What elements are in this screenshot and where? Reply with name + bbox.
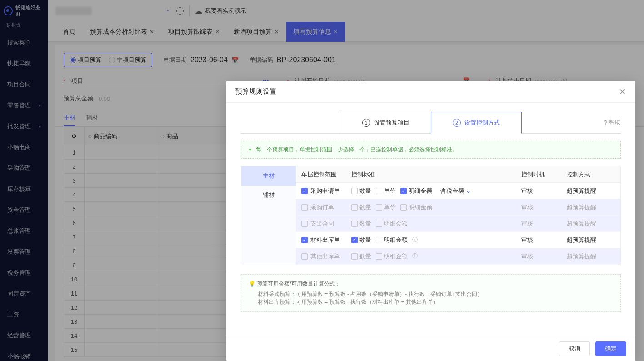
scope-cell[interactable]: 采购订单 — [296, 203, 346, 211]
help-link[interactable]: ? 帮助 — [604, 118, 621, 126]
rule-row-1: 采购订单 数量单价明细金额 审核 超预算提醒 — [296, 199, 620, 216]
time-cell: 审核 — [516, 252, 561, 261]
checkbox-icon[interactable] — [301, 253, 308, 260]
checkbox-icon[interactable] — [301, 221, 308, 227]
step-label: 设置控制方式 — [464, 119, 500, 127]
checkbox-icon[interactable] — [376, 204, 382, 211]
std-cell: ✓数量明细金额ⓘ — [346, 236, 516, 244]
price-checkbox[interactable]: 单价 — [376, 203, 396, 211]
qty-checkbox[interactable]: 数量 — [351, 220, 371, 228]
step-2-tab[interactable]: 2 设置控制方式 — [431, 112, 522, 134]
modal-title: 预算规则设置 — [235, 87, 276, 96]
formula-line-2: 材料出库预算：可用预算数 = 预算数 - 执行数（材料出库单 + 其他出库单） — [249, 298, 613, 306]
checkbox-icon[interactable]: ✓ — [351, 237, 358, 243]
info-icon[interactable]: ⓘ — [412, 252, 418, 260]
checkbox-icon[interactable]: ✓ — [400, 188, 407, 194]
formula-title-text: 预算可用金额/可用数量计算公式： — [257, 281, 340, 287]
time-cell: 审核 — [516, 203, 561, 211]
rule-table-header: 单据控制范围 控制标准 控制时机 控制方式 — [296, 166, 620, 183]
time-cell: 审核 — [516, 220, 561, 228]
checkbox-icon[interactable] — [376, 221, 382, 227]
checkbox-icon[interactable]: ✓ — [301, 188, 308, 194]
qty-checkbox[interactable]: 数量 — [351, 203, 371, 211]
modal-footer: 取消 确定 — [226, 336, 635, 361]
checkbox-icon[interactable]: ✓ — [301, 237, 308, 243]
checkbox-icon[interactable] — [351, 188, 358, 194]
step-number-icon: 1 — [362, 119, 370, 127]
info-icon[interactable]: ⓘ — [412, 236, 418, 244]
std-cell: 数量单价明细金额 — [346, 203, 516, 211]
checkbox-icon[interactable] — [351, 253, 358, 260]
checkbox-icon[interactable] — [376, 188, 382, 194]
price-checkbox[interactable]: 单价 — [376, 187, 396, 195]
mode-cell: 超预算提醒 — [561, 220, 620, 228]
scope-cell[interactable]: 其他出库单 — [296, 252, 346, 261]
th-time: 控制时机 — [516, 170, 561, 179]
rule-row-4: 其他出库单 数量明细金额ⓘ 审核 超预算提醒 — [296, 248, 620, 265]
checkbox-icon[interactable] — [376, 237, 382, 243]
mode-cell: 超预算提醒 — [561, 252, 620, 261]
rule-table: 单据控制范围 控制标准 控制时机 控制方式 ✓采购申请单 数量单价✓明细金额含税… — [296, 166, 620, 265]
std-cell: 数量明细金额 — [346, 220, 516, 228]
std-cell: 数量单价✓明细金额含税金额⌄ — [346, 187, 516, 195]
tip-icon: ✦ — [248, 147, 252, 153]
budget-rule-modal: 预算规则设置 ✕ 1 设置预算项目 2 设置控制方式 ? 帮助 ✦ 每 个预算项… — [226, 81, 635, 361]
th-mode: 控制方式 — [561, 170, 620, 179]
scope-cell[interactable]: ✓采购申请单 — [296, 187, 346, 195]
checkbox-icon[interactable] — [351, 221, 358, 227]
confirm-button[interactable]: 确定 — [595, 341, 626, 356]
checkbox-icon[interactable] — [351, 204, 358, 211]
amount-checkbox[interactable]: 明细金额 — [376, 236, 408, 244]
rule-layout: 主材 辅材 单据控制范围 控制标准 控制时机 控制方式 ✓采购申请单 数量单价✓… — [241, 166, 621, 265]
step-label: 设置预算项目 — [374, 119, 409, 127]
qty-checkbox[interactable]: 数量 — [351, 252, 371, 261]
tax-select[interactable]: 含税金额⌄ — [440, 187, 471, 195]
step-number-icon: 2 — [453, 119, 461, 127]
amount-checkbox[interactable]: 明细金额 — [376, 220, 408, 228]
cancel-button[interactable]: 取消 — [559, 341, 590, 356]
formula-title: 💡 预算可用金额/可用数量计算公式： — [249, 280, 613, 288]
time-cell: 审核 — [516, 236, 561, 244]
help-icon: ? — [604, 119, 607, 126]
rule-row-2: 支出合同 数量明细金额 审核 超预算提醒 — [296, 216, 620, 232]
rule-side-main[interactable]: 主材 — [241, 166, 296, 186]
rule-row-0: ✓采购申请单 数量单价✓明细金额含税金额⌄ 审核 超预算提醒 — [296, 183, 620, 199]
close-icon[interactable]: ✕ — [619, 86, 626, 97]
amount-checkbox[interactable]: 明细金额 — [400, 203, 432, 211]
checkbox-icon[interactable] — [376, 253, 382, 260]
formula-box: 💡 预算可用金额/可用数量计算公式： 材料采购预算：可用预算数 = 预算数 - … — [241, 274, 621, 312]
rule-side-aux[interactable]: 辅材 — [241, 186, 296, 205]
checkbox-icon[interactable] — [400, 204, 407, 211]
scope-cell[interactable]: ✓材料出库单 — [296, 236, 346, 244]
modal-header: 预算规则设置 ✕ — [226, 81, 635, 103]
formula-line-1: 材料采购预算：可用预算数 = 预算数 - 占用数（采购申请单）- 执行数（采购订… — [249, 291, 613, 298]
checkbox-icon[interactable] — [301, 204, 308, 211]
mode-cell: 超预算提醒 — [561, 203, 620, 211]
qty-checkbox[interactable]: 数量 — [351, 187, 371, 195]
mode-cell: 超预算提醒 — [561, 236, 620, 244]
th-scope: 单据控制范围 — [296, 170, 346, 179]
rule-side-nav: 主材 辅材 — [241, 166, 296, 265]
modal-body: 1 设置预算项目 2 设置控制方式 ? 帮助 ✦ 每 个预算项目，单据控制范围 … — [226, 103, 635, 336]
time-cell: 审核 — [516, 187, 561, 195]
rule-row-3: ✓材料出库单 ✓数量明细金额ⓘ 审核 超预算提醒 — [296, 232, 620, 248]
step-1-tab[interactable]: 1 设置预算项目 — [340, 112, 431, 134]
std-cell: 数量明细金额ⓘ — [346, 252, 516, 261]
step-tabs: 1 设置预算项目 2 设置控制方式 ? 帮助 — [241, 112, 621, 134]
th-std: 控制标准 — [346, 170, 516, 179]
help-label: 帮助 — [609, 118, 621, 126]
amount-checkbox[interactable]: ✓明细金额 — [400, 187, 432, 195]
qty-checkbox[interactable]: ✓数量 — [351, 236, 371, 244]
amount-checkbox[interactable]: 明细金额 — [376, 252, 408, 261]
scope-cell[interactable]: 支出合同 — [296, 220, 346, 228]
mode-cell: 超预算提醒 — [561, 187, 620, 195]
tip-banner: ✦ 每 个预算项目，单据控制范围 少选择 个；已选控制单据，必须选择控制标准。 — [241, 141, 621, 159]
bulb-icon: 💡 — [249, 281, 255, 287]
chevron-down-icon: ⌄ — [466, 187, 471, 194]
tip-text: 每 个预算项目，单据控制范围 少选择 个；已选控制单据，必须选择控制标准。 — [256, 146, 458, 154]
